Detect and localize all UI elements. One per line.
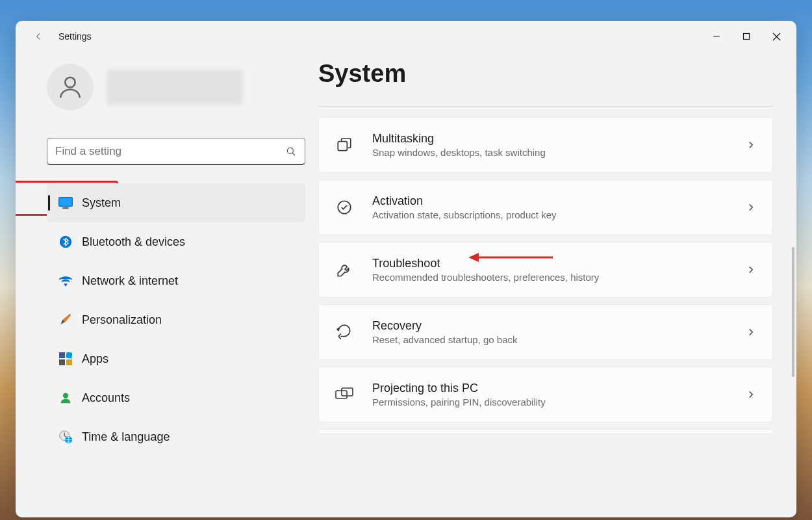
nav-label: Bluetooth & devices: [82, 235, 185, 249]
window-title: Settings: [58, 31, 92, 42]
maximize-button[interactable]: [731, 26, 761, 47]
card-troubleshoot[interactable]: Troubleshoot Recommended troubleshooters…: [318, 242, 773, 298]
svg-point-4: [65, 77, 75, 87]
settings-window: Settings: [16, 21, 796, 517]
back-arrow-icon: [32, 31, 44, 42]
card-subtitle: Reset, advanced startup, go back: [372, 334, 745, 345]
search-box[interactable]: [47, 138, 305, 165]
nav-label: Accounts: [82, 391, 130, 405]
window-controls: [702, 26, 791, 47]
svg-rect-8: [60, 198, 72, 206]
recovery-icon: [335, 322, 354, 342]
svg-rect-18: [338, 142, 347, 151]
svg-rect-11: [59, 352, 65, 358]
svg-point-5: [287, 148, 293, 153]
profile-section[interactable]: [16, 56, 314, 122]
chevron-right-icon: [745, 139, 757, 151]
chevron-right-icon: [745, 326, 757, 338]
card-projecting[interactable]: Projecting to this PC Permissions, pairi…: [318, 367, 773, 422]
content-area: System Bluetooth & devices Network & int…: [16, 52, 796, 517]
nav-item-accounts[interactable]: Accounts: [47, 378, 305, 417]
card-next-partial[interactable]: [318, 429, 773, 434]
page-title: System: [318, 60, 773, 88]
nav-label: System: [82, 196, 121, 210]
nav-item-time[interactable]: Time & language: [47, 417, 305, 456]
card-title: Recovery: [372, 319, 745, 333]
accounts-icon: [58, 391, 73, 405]
chevron-right-icon: [745, 202, 757, 213]
profile-name-redacted: [107, 70, 243, 105]
main-panel: System Multitasking Snap windows, deskto…: [314, 52, 796, 517]
svg-rect-1: [744, 34, 750, 40]
svg-rect-14: [66, 359, 72, 365]
nav-list: System Bluetooth & devices Network & int…: [16, 183, 314, 456]
card-title: Projecting to this PC: [372, 382, 745, 395]
card-title: Troubleshoot: [372, 257, 745, 270]
paintbrush-icon: [58, 313, 73, 327]
nav-label: Personalization: [82, 313, 162, 327]
svg-point-15: [63, 393, 68, 398]
search-icon: [285, 146, 297, 157]
svg-rect-13: [59, 359, 65, 365]
svg-rect-12: [66, 352, 72, 359]
bluetooth-icon: [58, 235, 73, 249]
nav-item-personalization[interactable]: Personalization: [47, 300, 305, 339]
person-icon: [56, 73, 84, 101]
back-button[interactable]: [29, 27, 48, 46]
minimize-icon: [713, 32, 720, 40]
card-multitasking[interactable]: Multitasking Snap windows, desktops, tas…: [318, 117, 773, 173]
close-icon: [772, 32, 781, 41]
system-icon: [58, 196, 73, 210]
chevron-right-icon: [745, 389, 757, 400]
titlebar: Settings: [16, 21, 796, 52]
chevron-right-icon: [745, 264, 757, 276]
search-container: [16, 138, 314, 165]
nav-item-bluetooth[interactable]: Bluetooth & devices: [47, 222, 305, 261]
nav-item-network[interactable]: Network & internet: [47, 261, 305, 300]
nav-label: Network & internet: [82, 274, 178, 288]
divider: [318, 106, 773, 107]
apps-icon: [58, 352, 73, 366]
nav-label: Time & language: [82, 430, 170, 444]
card-title: Activation: [372, 194, 745, 208]
close-button[interactable]: [761, 26, 791, 47]
card-subtitle: Activation state, subscriptions, product…: [372, 209, 745, 220]
search-input[interactable]: [55, 145, 285, 158]
cards-list: Multitasking Snap windows, desktops, tas…: [318, 117, 773, 438]
minimize-button[interactable]: [702, 26, 731, 47]
wifi-icon: [58, 274, 73, 288]
nav-label: Apps: [82, 352, 108, 366]
projecting-icon: [335, 385, 354, 404]
card-activation[interactable]: Activation Activation state, subscriptio…: [318, 179, 773, 235]
card-recovery[interactable]: Recovery Reset, advanced startup, go bac…: [318, 304, 773, 360]
svg-line-6: [292, 153, 295, 155]
multitasking-icon: [335, 135, 354, 155]
sidebar: System Bluetooth & devices Network & int…: [16, 52, 314, 517]
activation-icon: [335, 198, 354, 217]
maximize-icon: [742, 32, 750, 40]
avatar: [47, 64, 94, 110]
card-subtitle: Recommended troubleshooters, preferences…: [372, 272, 745, 283]
card-subtitle: Snap windows, desktops, task switching: [372, 147, 745, 158]
clock-globe-icon: [58, 430, 73, 444]
card-subtitle: Permissions, pairing PIN, discoverabilit…: [372, 396, 745, 408]
troubleshoot-icon: [335, 260, 354, 280]
nav-item-apps[interactable]: Apps: [47, 339, 305, 378]
card-title: Multitasking: [372, 132, 745, 146]
scrollbar-thumb[interactable]: [792, 247, 794, 377]
nav-item-system[interactable]: System: [47, 183, 305, 222]
svg-rect-9: [62, 207, 69, 209]
